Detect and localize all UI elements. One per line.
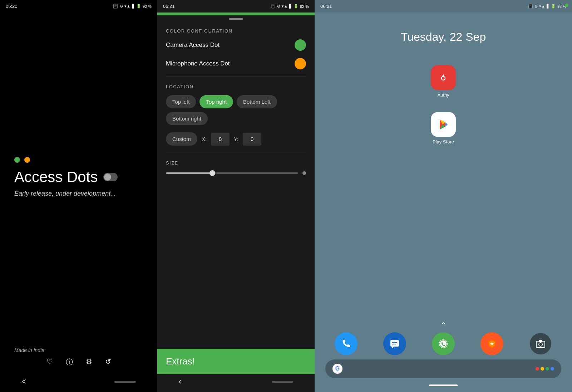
status-bar-3: 06:21 📳 ⊖ ▾▲ ▋ 🔋 92 %	[315, 0, 572, 13]
green-top-bar	[157, 13, 315, 15]
x-input[interactable]	[211, 133, 230, 146]
orange-dot	[24, 157, 30, 163]
svg-rect-15	[539, 340, 542, 342]
heart-icon[interactable]: ♡	[46, 357, 53, 367]
authy-label: Authy	[437, 92, 449, 98]
time-1: 06:20	[6, 4, 18, 9]
svg-point-10	[439, 339, 448, 348]
svg-rect-13	[536, 341, 545, 348]
dock-messages-icon[interactable]	[383, 332, 406, 355]
dnd-icon-3: ⊖	[534, 4, 538, 9]
home-content: Tuesday, 22 Sep Authy	[315, 13, 572, 321]
status-icons-3: 📳 ⊖ ▾▲ ▋ 🔋 92 %	[528, 4, 566, 9]
chip-top-right[interactable]: Top right	[199, 95, 233, 108]
google-search-bar[interactable]: G	[325, 359, 561, 378]
info-icon[interactable]: ⓘ	[66, 357, 73, 367]
history-icon[interactable]: ↺	[105, 357, 111, 367]
dot-blue	[551, 367, 554, 371]
footer-icons-row: ♡ ⓘ ⚙ ↺	[14, 357, 143, 367]
slider-fill	[166, 172, 212, 174]
location-chips-group: Top left Top right Bottom Left Bottom ri…	[166, 95, 306, 125]
made-in-india: Made in India	[14, 347, 44, 353]
chip-top-left[interactable]: Top left	[166, 95, 196, 108]
y-label: Y:	[234, 136, 238, 142]
svg-marker-5	[445, 122, 448, 127]
wifi-icon-3: ▾▲	[539, 4, 545, 9]
dot-red	[536, 367, 539, 371]
authy-icon[interactable]	[431, 65, 456, 90]
dock-icons-row	[322, 332, 565, 355]
slider-end-dot	[302, 171, 306, 175]
mic-dot-row: Microphone Access Dot	[166, 58, 306, 69]
play-store-icon[interactable]	[431, 112, 456, 137]
chip-bottom-left[interactable]: Bottom Left	[237, 95, 277, 108]
time-3: 06:21	[320, 4, 332, 9]
home-date: Tuesday, 22 Sep	[329, 30, 558, 44]
app-drawer-arrow[interactable]: ⌃	[322, 321, 565, 329]
nav-bar-2: ‹	[157, 374, 315, 392]
chip-custom[interactable]: Custom	[166, 132, 197, 146]
app-title-row: Access Dots	[14, 168, 143, 186]
divider-1	[166, 77, 306, 77]
home-pill-3[interactable]	[429, 384, 458, 386]
google-mic-dots	[536, 367, 554, 371]
wifi-icon: ▾▲	[124, 4, 130, 9]
wifi-icon-2: ▾▲	[282, 4, 288, 9]
mic-dot-label: Microphone Access Dot	[166, 60, 230, 67]
x-label: X:	[202, 136, 207, 142]
time-2: 06:21	[163, 4, 175, 9]
access-dots-toggle[interactable]	[103, 173, 118, 181]
drag-handle[interactable]	[229, 18, 243, 20]
dock-camera-icon[interactable]	[529, 332, 552, 355]
battery-icon: 🔋	[136, 4, 141, 9]
signal-icon: ▋	[132, 4, 135, 9]
vibrate-icon-3: 📳	[528, 4, 533, 9]
battery-icon-3: 🔋	[551, 4, 556, 9]
app-subtitle: Early release, under development...	[14, 190, 143, 197]
settings-icon[interactable]: ⚙	[86, 357, 92, 367]
dnd-icon-2: ⊖	[277, 4, 280, 9]
dock-phone-icon[interactable]	[335, 332, 358, 355]
status-icons-1: 📳 ⊖ ▾▲ ▋ 🔋 92 %	[113, 4, 152, 9]
svg-marker-7	[392, 347, 394, 348]
camera-dot-row: Camera Access Dot	[166, 39, 306, 51]
size-slider[interactable]	[166, 172, 298, 174]
toggle-knob	[104, 173, 111, 181]
custom-position-row: Custom X: Y:	[166, 132, 306, 146]
green-dot	[14, 157, 20, 163]
status-bar-1: 06:20 📳 ⊖ ▾▲ ▋ 🔋 92 %	[0, 0, 157, 13]
back-button-2[interactable]: ‹	[179, 377, 181, 386]
settings-scroll-content: COLOR CONFIGURATION Camera Access Dot Mi…	[157, 23, 315, 349]
home-pill-1[interactable]	[114, 381, 136, 383]
panel-2-settings: 06:21 📳 ⊖ ▾▲ ▋ 🔋 92 % COLOR CONFIGURATIO…	[157, 0, 315, 392]
app-title: Access Dots	[14, 168, 98, 186]
app-intro-content: Access Dots Early release, under develop…	[0, 13, 157, 342]
home-pill-2[interactable]	[272, 381, 293, 383]
status-bar-2: 06:21 📳 ⊖ ▾▲ ▋ 🔋 92 %	[157, 0, 315, 13]
panel-1: 06:20 📳 ⊖ ▾▲ ▋ 🔋 92 % Access Dots Early …	[0, 0, 157, 392]
svg-rect-6	[390, 340, 399, 347]
vibrate-icon-2: 📳	[271, 4, 276, 9]
vibrate-icon: 📳	[113, 4, 118, 9]
status-icons-2: 📳 ⊖ ▾▲ ▋ 🔋 92 %	[271, 4, 309, 9]
extras-bar[interactable]: Extras!	[157, 349, 315, 374]
chip-bottom-right[interactable]: Bottom right	[166, 112, 208, 125]
camera-color-dot[interactable]	[295, 39, 306, 51]
divider-2	[166, 153, 306, 153]
signal-icon-3: ▋	[547, 4, 549, 9]
location-title: LOCATION	[166, 84, 306, 89]
mic-color-dot[interactable]	[295, 58, 306, 69]
battery-percent-1: 92 %	[143, 4, 152, 9]
camera-dot-label: Camera Access Dot	[166, 41, 220, 49]
back-button-1[interactable]: <	[21, 377, 26, 386]
nav-bar-3	[315, 382, 572, 392]
dock-brave-icon[interactable]	[480, 332, 503, 355]
app-footer: Made in India ♡ ⓘ ⚙ ↺	[0, 342, 157, 374]
dock-area: ⌃	[315, 321, 572, 382]
slider-thumb[interactable]	[209, 170, 215, 176]
dock-whatsapp-icon[interactable]	[432, 332, 455, 355]
dot-yellow	[541, 367, 544, 371]
green-notification-dot	[565, 4, 568, 7]
y-input[interactable]	[243, 133, 261, 146]
battery-icon-2: 🔋	[294, 4, 299, 9]
